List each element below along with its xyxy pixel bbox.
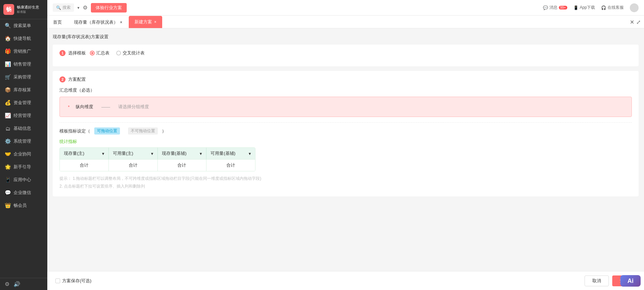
- tab-home[interactable]: 首页: [47, 16, 68, 28]
- dim-placeholder: 请选择分组维度: [118, 104, 149, 110]
- sidebar-item-purchase[interactable]: 🛒 采购管理: [0, 71, 47, 83]
- tab-home-label: 首页: [53, 19, 62, 25]
- sidebar-item-label: 经营管理: [14, 113, 31, 119]
- msg-button[interactable]: 💬 消息 99+: [543, 5, 567, 10]
- tab-inventory[interactable]: 现存量（库存状况表） ×: [68, 16, 128, 28]
- sidebar-item-system[interactable]: ⚙️ 系统管理: [0, 135, 47, 148]
- hint-section: 提示： 1.拖动标题栏可以调整布局，不可跨维度或指标区域拖动栏目字段(只能在同一…: [59, 175, 632, 190]
- sidebar-item-finance[interactable]: 💰 资金管理: [0, 96, 47, 109]
- sidebar-item-search-menu[interactable]: 🔍 搜索菜单: [0, 19, 47, 32]
- sidebar-item-operation[interactable]: 📈 经营管理: [0, 109, 47, 122]
- cancel-button[interactable]: 取消: [585, 275, 609, 286]
- chevron-col-4-icon: ▾: [249, 151, 251, 156]
- indicator-body-2: 合计: [109, 160, 158, 171]
- indicator-col-4-label: 可用量(基辅): [210, 150, 236, 156]
- sidebar-item-sales[interactable]: 📊 销售管理: [0, 58, 47, 71]
- app-download-icon: 📱: [573, 5, 578, 10]
- speaker-bottom-icon[interactable]: 🔊: [14, 281, 20, 287]
- hint-1: 提示： 1.拖动标题栏可以调整布局，不可跨维度或指标区域拖动栏目字段(只能在同一…: [59, 175, 632, 182]
- expand-panel-button[interactable]: ⤢: [636, 19, 641, 25]
- sidebar-item-label: 营销推广: [14, 48, 31, 54]
- required-mark: *: [68, 104, 70, 110]
- search-menu-icon: 🔍: [5, 23, 11, 29]
- logo-icon: 畅: [3, 4, 14, 15]
- indicator-col-1[interactable]: 现存量(主) ▾: [60, 148, 109, 159]
- inventory-icon: 📦: [5, 87, 11, 93]
- avatar: [630, 3, 639, 12]
- step1-title: 选择模板: [68, 50, 86, 56]
- member-icon: 👑: [5, 202, 11, 209]
- sidebar-item-apps[interactable]: 📱 应用中心: [0, 173, 47, 186]
- radio-summary-label: 汇总表: [96, 50, 109, 56]
- divider: [59, 122, 632, 123]
- sidebar-item-newbie[interactable]: 🌟 新手引导: [0, 161, 47, 173]
- topbar-gear-icon[interactable]: ⚙: [83, 4, 88, 11]
- settings-bottom-icon[interactable]: ⚙: [5, 281, 9, 287]
- ai-badge[interactable]: Ai: [620, 275, 641, 287]
- sidebar-item-label: 新手引导: [14, 164, 31, 170]
- indicator-setting-close: ）: [162, 128, 166, 134]
- app-name: 畅康通好生意: [17, 5, 39, 10]
- message-icon: 💬: [543, 5, 548, 10]
- radio-cross[interactable]: 交叉统计表: [116, 50, 145, 56]
- search-icon: 🔍: [56, 5, 61, 10]
- indicator-header: 现存量(主) ▾ 可用量(主) ▾ 现存量(基辅) ▾ 可用量(基辅): [60, 148, 255, 159]
- user-menu[interactable]: [630, 3, 639, 12]
- sidebar-item-member[interactable]: 👑 畅会员: [0, 199, 47, 212]
- topbar-left: 🔍 搜索 ▾ ⚙ 体验行业方案: [53, 3, 127, 13]
- radio-summary-circle: [90, 51, 95, 55]
- chevron-col-2-icon: ▾: [151, 151, 153, 156]
- radio-summary[interactable]: 汇总表: [90, 50, 109, 56]
- indicator-body-4: 合计: [206, 160, 255, 171]
- indicator-col-2[interactable]: 可用量(主) ▾: [109, 148, 158, 159]
- save-checkbox[interactable]: 方案保存(可选): [55, 278, 92, 284]
- sidebar-scroll: 🔍 搜索菜单 🏠 快捷导航 🎁 营销推广 📊 销售管理 🛒 采购管理 📦 库存核…: [0, 19, 47, 278]
- chevron-down-icon: ▾: [77, 5, 79, 10]
- tab-new-scheme[interactable]: 新建方案 ×: [129, 16, 162, 28]
- step2-card: 2 方案配置 汇总维度（必选） * 纵向维度 —— 请选择分组维度 模板指标设定…: [53, 71, 639, 196]
- sidebar-item-marketing[interactable]: 🎁 营销推广: [0, 45, 47, 58]
- search-placeholder: 搜索: [63, 5, 71, 10]
- summary-dim-label: 汇总维度（必选）: [59, 87, 632, 93]
- sidebar-item-wechat[interactable]: 💬 企业微信: [0, 186, 47, 199]
- headset-icon: 🎧: [601, 5, 606, 10]
- radio-cross-circle: [116, 51, 121, 55]
- tab-new-scheme-close[interactable]: ×: [154, 20, 156, 24]
- sidebar-item-basic[interactable]: 🗂 基础信息: [0, 122, 47, 135]
- online-service-label: 在线客服: [608, 5, 624, 10]
- sidebar-item-label: 库存核算: [14, 87, 31, 93]
- dim-dash: ——: [101, 104, 110, 110]
- indicator-section: 统计指标 现存量(主) ▾ 可用量(主) ▾ 现存量(基辅): [59, 139, 632, 171]
- chevron-col-1-icon: ▾: [102, 151, 104, 156]
- tab-new-scheme-label: 新建方案: [134, 19, 152, 25]
- tab-inventory-close[interactable]: ×: [120, 20, 122, 25]
- tabbar: 首页 现存量（库存状况表） × 新建方案 × ✕ ⤢: [47, 16, 644, 28]
- indicator-col-3-label: 现存量(基辅): [162, 150, 187, 156]
- sidebar-item-label: 快捷导航: [14, 35, 31, 42]
- sidebar-item-corp[interactable]: 🤝 企业协同: [0, 148, 47, 161]
- purchase-icon: 🛒: [5, 74, 11, 80]
- topbar-search-box[interactable]: 🔍 搜索: [53, 3, 74, 12]
- indicator-body-1: 合计: [60, 160, 109, 171]
- topbar-right: 💬 消息 99+ 📱 App下载 🎧 在线客服: [543, 3, 639, 12]
- indicator-body-row: 合计 合计 合计 合计: [60, 159, 255, 171]
- sidebar-item-label: 资金管理: [14, 100, 31, 106]
- wechat-icon: 💬: [5, 190, 11, 196]
- tag-movable: 可拖动位置: [94, 127, 120, 135]
- app-download-button[interactable]: 📱 App下载: [573, 5, 595, 10]
- dimension-area[interactable]: * 纵向维度 —— 请选择分组维度: [59, 97, 632, 117]
- tabbar-actions: ✕ ⤢: [630, 19, 641, 25]
- indicator-setting-label: 模板指标设定（: [59, 128, 90, 134]
- sidebar-item-label: 系统管理: [14, 138, 31, 144]
- close-panel-button[interactable]: ✕: [630, 19, 634, 25]
- sidebar-item-quick-nav[interactable]: 🏠 快捷导航: [0, 32, 47, 45]
- online-service-button[interactable]: 🎧 在线客服: [601, 5, 624, 10]
- step1-header: 1 选择模板 汇总表 交叉统计表: [59, 50, 632, 56]
- indicator-col-3[interactable]: 现存量(基辅) ▾: [158, 148, 207, 159]
- step2-title: 方案配置: [68, 76, 86, 82]
- industry-btn[interactable]: 体验行业方案: [91, 3, 127, 13]
- sidebar-item-inventory[interactable]: 📦 库存核算: [0, 83, 47, 96]
- sidebar-logo: 畅 畅康通好生意 标准版: [0, 0, 47, 19]
- indicator-col-4[interactable]: 可用量(基辅) ▾: [206, 148, 255, 159]
- topbar-dropdown[interactable]: ▾: [77, 5, 79, 10]
